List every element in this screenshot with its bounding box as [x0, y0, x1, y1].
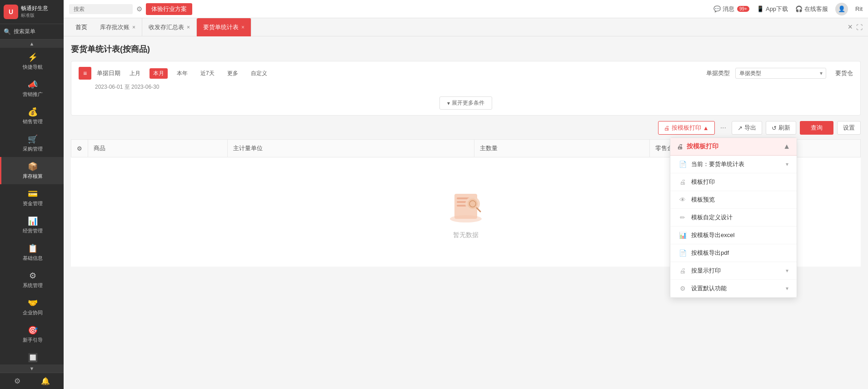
- date-btn-current-year[interactable]: 本年: [173, 68, 191, 79]
- trial-button[interactable]: 体验行业方案: [146, 3, 192, 15]
- filter-row-1: ≡ 单据日期 上月 本月 本年 近7天 更多 自定义 单据类型 单据类型 要货仓: [79, 67, 853, 80]
- sidebar-search-label: 搜索菜单: [14, 28, 35, 35]
- tab-label: 收发存汇总表: [149, 23, 184, 31]
- date-btn-current-month[interactable]: 本月: [150, 68, 168, 79]
- customer-service-btn[interactable]: 🎧 在线客服: [795, 5, 828, 13]
- sidebar-item-basic-info[interactable]: 📋 基础信息: [0, 239, 64, 266]
- topbar-gear-icon[interactable]: ⚙: [136, 5, 142, 13]
- print-dropdown-template-custom[interactable]: ✏ 模板自定义设计: [670, 209, 797, 227]
- refresh-btn-label: 刷新: [778, 124, 790, 132]
- sidebar-settings-btn[interactable]: ⚙: [14, 377, 20, 385]
- date-btn-7days[interactable]: 近7天: [197, 68, 218, 79]
- print-dropdown-template-pdf[interactable]: 📄 按模板导出pdf: [670, 244, 797, 262]
- print-template-btn[interactable]: 🖨 按模板打印 ▲: [658, 121, 715, 135]
- user-avatar[interactable]: 👤: [835, 3, 848, 15]
- export-btn[interactable]: ↗ 导出: [732, 121, 762, 135]
- print-dropdown-close-btn[interactable]: ▲: [783, 142, 790, 151]
- sidebar-sound-btn[interactable]: 🔔: [41, 377, 50, 385]
- table-col-settings[interactable]: ⚙: [71, 140, 88, 157]
- refresh-btn[interactable]: ↺ 刷新: [766, 121, 796, 135]
- empty-state-illustration: [443, 185, 489, 226]
- tab-home[interactable]: 首页: [69, 18, 94, 36]
- sidebar-nav: ⚡ 快捷导航 📣 营销推广 💰 销售管理 🛒 采购管理 📦 库存核算 💳 资金管…: [0, 48, 64, 364]
- sidebar-scroll-up[interactable]: ▲: [0, 40, 64, 48]
- table-settings-btn[interactable]: 设置: [837, 121, 861, 135]
- date-filter-label: 单据日期: [97, 69, 120, 77]
- toolbar: 🖨 按模板打印 ▲ ··· ↗ 导出 ↺ 刷新 查询 设置: [71, 121, 861, 135]
- sidebar-scroll-down[interactable]: ▼: [0, 364, 64, 373]
- customer-service-icon: 🎧: [795, 5, 803, 12]
- date-btn-last-month[interactable]: 上月: [126, 68, 144, 79]
- tab-close-inventory-batch[interactable]: ×: [132, 24, 135, 30]
- sidebar-item-finance[interactable]: 💳 资金管理: [0, 184, 64, 212]
- date-btn-custom[interactable]: 自定义: [247, 68, 271, 79]
- print-dropdown-template-preview[interactable]: 👁 模板预览: [670, 191, 797, 209]
- set-default-arrow: ▾: [786, 285, 788, 292]
- finance-icon: 💳: [28, 189, 38, 199]
- sidebar-item-marketing[interactable]: 📣 营销推广: [0, 75, 64, 102]
- sidebar-item-sales[interactable]: 💰 销售管理: [0, 102, 64, 130]
- topbar-right: 💬 消息 99+ 📱 App下载 🎧 在线客服 👤 Rit: [713, 3, 863, 15]
- sidebar-search[interactable]: 🔍 搜索菜单: [0, 24, 64, 40]
- filter-expand-row: ▾ 展开更多条件: [79, 95, 853, 110]
- sidebar-item-purchase[interactable]: 🛒 采购管理: [0, 130, 64, 157]
- sidebar-item-guide[interactable]: 🎯 新手引导: [0, 321, 64, 348]
- print-dropdown-set-default[interactable]: ⚙ 设置默认功能 ▾: [670, 280, 797, 298]
- query-btn[interactable]: 查询: [800, 121, 833, 135]
- expand-more-btn[interactable]: ▾ 展开更多条件: [439, 96, 492, 110]
- order-type-label: 单据类型: [706, 69, 730, 77]
- sidebar-item-label: 经营管理: [23, 227, 43, 234]
- page-title: 要货单统计表(按商品): [71, 44, 861, 55]
- order-type-select[interactable]: 单据类型: [735, 68, 826, 79]
- app-download-btn[interactable]: 📱 App下载: [757, 5, 788, 13]
- more-options-btn[interactable]: ···: [718, 122, 728, 134]
- print-dropdown-template-excel[interactable]: 📊 按模板导出excel: [670, 227, 797, 244]
- tab-close-receipt-summary[interactable]: ×: [187, 24, 190, 30]
- date-btn-more[interactable]: 更多: [224, 68, 242, 79]
- tab-order-stats[interactable]: 要货单统计表 ×: [197, 18, 251, 36]
- tab-expand-btn[interactable]: ⛶: [856, 24, 863, 31]
- app-center-icon: 🔲: [28, 353, 38, 363]
- sidebar-item-inventory[interactable]: 📦 库存核算: [0, 157, 64, 184]
- avatar-icon: 👤: [838, 5, 845, 12]
- filter-bar: ≡ 单据日期 上月 本月 本年 近7天 更多 自定义 单据类型 单据类型 要货仓…: [71, 61, 861, 116]
- expand-down-icon: ▾: [447, 100, 450, 106]
- user-name: Rit: [855, 5, 863, 12]
- tab-inventory-batch[interactable]: 库存批次账 ×: [94, 18, 142, 36]
- sales-icon: 💰: [28, 107, 38, 117]
- print-dropdown: 🖨 按模板打印 ▲ 📄 当前：要货单统计表 ▾ 🖨: [670, 137, 797, 298]
- template-custom-label: 模板自定义设计: [691, 213, 733, 222]
- template-preview-label: 模板预览: [691, 196, 715, 204]
- print-dropdown-display-print[interactable]: 🖨 按显示打印 ▾: [670, 262, 797, 280]
- print-dropdown-title: 按模板打印: [687, 142, 718, 151]
- tab-receipt-summary[interactable]: 收发存汇总表 ×: [142, 18, 197, 36]
- topbar: ⚙ 体验行业方案 💬 消息 99+ 📱 App下载 🎧 在线客服 👤 Rit: [64, 0, 868, 18]
- tab-close-order-stats[interactable]: ×: [241, 24, 244, 30]
- sidebar-item-system[interactable]: ⚙ 系统管理: [0, 266, 64, 293]
- tab-close-all-btn[interactable]: ×: [848, 22, 853, 32]
- sidebar-item-operations[interactable]: 📊 经营管理: [0, 212, 64, 239]
- topbar-search-input[interactable]: [69, 4, 133, 14]
- template-preview-icon: 👁: [678, 196, 687, 203]
- sidebar-item-label: 营销推广: [23, 91, 43, 98]
- table-col-quantity: 主数量: [474, 140, 649, 157]
- notification-icon: 💬: [713, 5, 721, 12]
- refresh-icon: ↺: [772, 125, 777, 131]
- toolbar-right: 🖨 按模板打印 ▲ ··· ↗ 导出 ↺ 刷新 查询 设置: [658, 121, 861, 135]
- table-col-product: 商品: [88, 140, 228, 157]
- filter-expand-icon[interactable]: ≡: [79, 67, 91, 80]
- print-dropdown-current[interactable]: 📄 当前：要货单统计表 ▾: [670, 156, 797, 173]
- print-dropdown-template-print[interactable]: 🖨 模板打印: [670, 173, 797, 191]
- sidebar-logo: U 畅通好生意 标准版: [0, 0, 64, 24]
- filter-row-2: 2023-06-01 至 2023-06-30: [79, 83, 853, 91]
- date-range-text: 2023-06-01 至 2023-06-30: [95, 83, 159, 91]
- quick-nav-icon: ⚡: [28, 52, 38, 62]
- notifications-btn[interactable]: 💬 消息 99+: [713, 5, 749, 13]
- sidebar-item-enterprise[interactable]: 🤝 企业协同: [0, 293, 64, 321]
- sidebar-item-quick-nav[interactable]: ⚡ 快捷导航: [0, 48, 64, 75]
- template-print-icon: 🖨: [678, 178, 687, 186]
- notifications-label: 消息: [723, 5, 734, 13]
- tab-label: 要货单统计表: [203, 23, 239, 31]
- sidebar-item-app-center[interactable]: 🔲 应用中心: [0, 348, 64, 364]
- tabsbar-right: × ⛶: [848, 22, 863, 32]
